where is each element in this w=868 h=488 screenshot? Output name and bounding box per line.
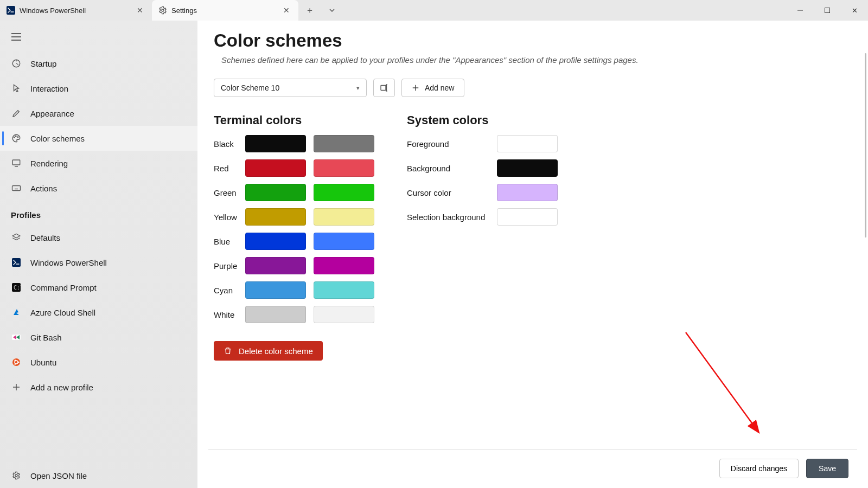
sidebar-item-label: Defaults	[30, 233, 60, 242]
discard-button[interactable]: Discard changes	[719, 459, 799, 478]
save-button[interactable]: Save	[806, 459, 848, 478]
color-label: Blue	[214, 237, 245, 246]
maximize-button[interactable]	[814, 0, 841, 21]
scheme-select[interactable]: Color Scheme 10 ▾	[214, 79, 367, 97]
plus-icon	[412, 84, 419, 92]
scheme-toolbar: Color Scheme 10 ▾ Add new	[214, 79, 846, 97]
color-swatch-normal[interactable]	[245, 135, 306, 152]
color-swatch-bright[interactable]	[314, 208, 374, 226]
terminal-color-row: Cyan	[214, 281, 374, 299]
trash-icon	[224, 346, 232, 355]
color-swatch[interactable]	[497, 184, 558, 201]
svg-point-26	[15, 359, 16, 361]
color-swatch[interactable]	[497, 208, 558, 226]
monitor-icon	[11, 158, 22, 169]
sidebar-item-actions[interactable]: Actions	[0, 176, 197, 201]
scrollbar[interactable]	[859, 21, 868, 449]
sidebar-profile-ubuntu[interactable]: Ubuntu	[0, 350, 197, 375]
terminal-color-row: Green	[214, 184, 374, 201]
color-label: Cyan	[214, 286, 245, 295]
color-swatch[interactable]	[497, 135, 558, 152]
svg-point-1	[162, 9, 164, 11]
color-swatch-normal[interactable]	[245, 208, 306, 226]
sidebar-item-label: Actions	[30, 184, 57, 193]
sidebar-item-label: Azure Cloud Shell	[30, 308, 95, 317]
delete-scheme-button[interactable]: Delete color scheme	[214, 341, 323, 361]
sidebar-profile-cmd[interactable]: C:\ Command Prompt	[0, 275, 197, 300]
footer-bar: Discard changes Save	[197, 449, 868, 488]
minimize-button[interactable]	[787, 0, 814, 21]
close-icon[interactable]: ✕	[282, 5, 291, 15]
terminal-color-row: Blue	[214, 233, 374, 250]
scrollbar-thumb[interactable]	[865, 53, 866, 237]
color-swatch-bright[interactable]	[314, 257, 374, 274]
terminal-color-row: Black	[214, 135, 374, 152]
color-swatch-bright[interactable]	[314, 281, 374, 299]
ubuntu-icon	[11, 357, 22, 368]
sidebar-profile-azure[interactable]: Azure Cloud Shell	[0, 300, 197, 325]
sidebar-item-label: Open JSON file	[30, 471, 87, 480]
layers-icon	[11, 232, 22, 243]
rename-scheme-button[interactable]	[373, 79, 395, 97]
close-icon[interactable]: ✕	[135, 5, 145, 15]
terminal-colors-title: Terminal colors	[214, 113, 374, 127]
page-subtitle: Schemes defined here can be applied to y…	[221, 55, 846, 65]
chevron-down-icon: ▾	[356, 85, 360, 92]
sidebar-item-label: Color schemes	[30, 134, 85, 143]
plus-icon	[11, 382, 22, 393]
sidebar-item-label: Windows PowerShell	[30, 258, 107, 267]
sidebar-item-label: Command Prompt	[30, 283, 97, 292]
color-swatch-bright[interactable]	[314, 233, 374, 250]
color-swatch-bright[interactable]	[314, 159, 374, 177]
color-label: Selection background	[407, 213, 497, 222]
color-swatch-normal[interactable]	[245, 306, 306, 323]
gear-icon	[158, 6, 167, 15]
color-label: Yellow	[214, 213, 245, 222]
color-label: Foreground	[407, 139, 497, 149]
title-bar: Windows PowerShell ✕ Settings ✕ ＋ ✕	[0, 0, 868, 21]
sidebar-item-appearance[interactable]: Appearance	[0, 101, 197, 126]
sidebar-add-profile[interactable]: Add a new profile	[0, 375, 197, 400]
svg-rect-13	[12, 186, 21, 191]
svg-point-8	[14, 137, 15, 138]
system-color-row: Foreground	[407, 135, 558, 152]
color-swatch-bright[interactable]	[314, 184, 374, 201]
sidebar-item-interaction[interactable]: Interaction	[0, 76, 197, 101]
tab-label: Settings	[171, 7, 277, 15]
sidebar-item-startup[interactable]: Startup	[0, 51, 197, 76]
sidebar-item-rendering[interactable]: Rendering	[0, 151, 197, 176]
color-swatch[interactable]	[497, 159, 558, 177]
sidebar-profile-defaults[interactable]: Defaults	[0, 225, 197, 250]
sidebar-open-json[interactable]: Open JSON file	[0, 463, 197, 488]
close-window-button[interactable]: ✕	[841, 0, 868, 21]
new-tab-button[interactable]: ＋	[299, 5, 321, 16]
tab-dropdown-button[interactable]	[321, 7, 343, 14]
svg-point-9	[16, 136, 17, 137]
scheme-select-value: Color Scheme 10	[221, 84, 279, 92]
color-label: Green	[214, 188, 245, 197]
svg-rect-19	[12, 258, 21, 267]
sidebar-profile-powershell[interactable]: Windows PowerShell	[0, 250, 197, 275]
hamburger-button[interactable]	[5, 26, 27, 48]
sidebar-profile-gitbash[interactable]: Git Bash	[0, 325, 197, 350]
color-swatch-normal[interactable]	[245, 257, 306, 274]
tab-powershell[interactable]: Windows PowerShell ✕	[0, 0, 152, 21]
color-swatch-bright[interactable]	[314, 306, 374, 323]
startup-icon	[11, 58, 22, 69]
color-swatch-bright[interactable]	[314, 135, 374, 152]
svg-point-30	[15, 474, 17, 477]
color-swatch-normal[interactable]	[245, 184, 306, 201]
tab-settings[interactable]: Settings ✕	[152, 0, 298, 21]
color-label: Purple	[214, 261, 245, 271]
color-swatch-normal[interactable]	[245, 281, 306, 299]
add-scheme-button[interactable]: Add new	[401, 79, 464, 97]
main-panel: Color schemes Schemes defined here can b…	[197, 21, 868, 488]
powershell-icon	[7, 6, 15, 15]
color-swatch-normal[interactable]	[245, 233, 306, 250]
palette-icon	[11, 133, 22, 144]
sidebar-item-label: Rendering	[30, 159, 68, 168]
color-swatch-normal[interactable]	[245, 159, 306, 177]
sidebar-item-color-schemes[interactable]: Color schemes	[0, 126, 197, 151]
page-title: Color schemes	[214, 30, 846, 51]
sidebar-item-label: Ubuntu	[30, 358, 56, 367]
